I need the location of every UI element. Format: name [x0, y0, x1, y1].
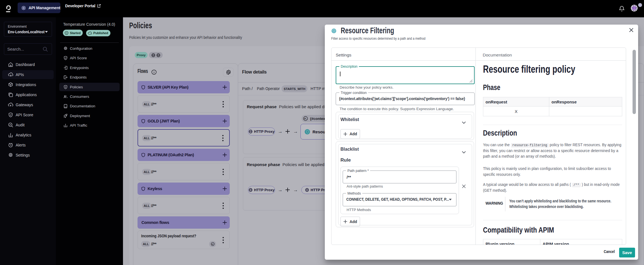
svg-text:IF..: IF..	[304, 118, 307, 120]
svg-text:IF..: IF..	[212, 243, 214, 245]
